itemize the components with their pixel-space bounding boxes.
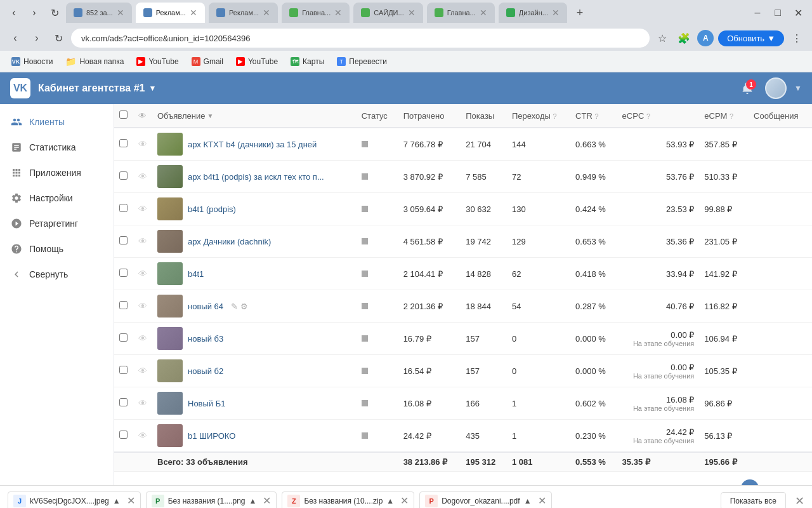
select-all-checkbox[interactable]: [119, 110, 128, 119]
download-close-3[interactable]: ✕: [400, 495, 409, 507]
ad-name[interactable]: b4t1: [188, 269, 204, 279]
row-checkbox[interactable]: [119, 431, 128, 439]
profile-icon[interactable]: A: [697, 29, 714, 47]
row-checkbox[interactable]: [119, 333, 128, 342]
ctr-help-icon[interactable]: ?: [594, 112, 598, 120]
sidebar-item-statistics[interactable]: Статистика: [0, 135, 114, 160]
row-checkbox[interactable]: [119, 301, 128, 309]
ecpc-help-icon[interactable]: ?: [646, 112, 650, 120]
row-eye-icon[interactable]: 👁: [138, 204, 147, 214]
ad-name[interactable]: новый 64: [188, 302, 223, 311]
ad-name[interactable]: Новый Б1: [188, 399, 226, 408]
sidebar-item-clients[interactable]: Клиенты: [0, 109, 114, 135]
menu-dots-icon[interactable]: ⋮: [788, 29, 806, 47]
tab-close-icon[interactable]: ✕: [190, 8, 197, 18]
bookmark-novosti[interactable]: VK Новости: [6, 55, 58, 68]
sidebar-item-apps[interactable]: Приложения: [0, 160, 114, 185]
browser-tab-3[interactable]: Реклам... ✕: [209, 3, 278, 23]
browser-maximize[interactable]: □: [769, 4, 787, 22]
tab-close-icon[interactable]: ✕: [334, 8, 342, 18]
reload-button[interactable]: ↻: [49, 29, 67, 47]
row-checkbox[interactable]: [119, 269, 128, 277]
row-checkbox[interactable]: [119, 236, 128, 244]
update-button[interactable]: Обновить ▼: [718, 30, 784, 46]
forward-button[interactable]: ›: [28, 29, 46, 47]
row-eye-icon[interactable]: 👁: [138, 333, 147, 344]
row-checkbox[interactable]: [119, 204, 128, 212]
bookmark-youtube-1[interactable]: ▶ YouTube: [131, 55, 183, 68]
download-arrow-4[interactable]: ▲: [524, 497, 532, 505]
row-eye-icon[interactable]: 👁: [138, 269, 147, 279]
edit-settings-icon[interactable]: ⚙: [240, 302, 248, 311]
download-arrow-1[interactable]: ▲: [113, 497, 121, 505]
ad-name[interactable]: b1 ШИРОКО: [188, 431, 235, 441]
browser-tab-5[interactable]: САЙДИ... ✕: [353, 3, 422, 23]
new-tab-button[interactable]: +: [571, 4, 589, 22]
extension-icon[interactable]: 🧩: [675, 29, 693, 47]
row-eye-icon[interactable]: 👁: [138, 366, 147, 376]
browser-tab-7[interactable]: Дизайн... ✕: [499, 3, 567, 23]
download-item-4[interactable]: P Dogovor_okazani....pdf ▲ ✕: [419, 491, 551, 509]
ad-name[interactable]: арх КТХТ b4 (дачники) за 15 дней: [188, 140, 317, 149]
download-close-1[interactable]: ✕: [127, 495, 135, 507]
download-close-2[interactable]: ✕: [263, 495, 271, 507]
sidebar-item-help[interactable]: Помощь: [0, 236, 114, 262]
bookmark-folder[interactable]: 📁 Новая папка: [60, 55, 129, 69]
tab-close-icon[interactable]: ✕: [263, 8, 270, 18]
browser-minimize[interactable]: –: [749, 4, 766, 22]
row-eye-icon[interactable]: 👁: [138, 171, 147, 182]
bookmark-maps[interactable]: 🗺 Карты: [285, 55, 329, 68]
clicks-help-icon[interactable]: ?: [553, 112, 557, 120]
edit-pencil-icon[interactable]: ✎: [231, 302, 238, 311]
row-eye-icon[interactable]: 👁: [138, 431, 147, 441]
browser-nav-back[interactable]: ‹: [5, 4, 23, 22]
pagination-next[interactable]: ›: [784, 479, 802, 485]
tab-close-icon[interactable]: ✕: [480, 8, 487, 18]
pagination-page-1[interactable]: 1: [741, 479, 759, 485]
row-checkbox[interactable]: [119, 171, 128, 180]
sidebar-item-collapse[interactable]: Свернуть: [0, 262, 114, 287]
tab-close-icon[interactable]: ✕: [552, 8, 560, 18]
tab-close-icon[interactable]: ✕: [408, 8, 416, 18]
browser-nav-forward[interactable]: ›: [25, 4, 43, 22]
download-item-2[interactable]: P Без названия (1....png ▲ ✕: [146, 491, 277, 509]
row-eye-icon[interactable]: 👁: [138, 301, 147, 311]
browser-tab-6[interactable]: Главна... ✕: [427, 3, 495, 23]
browser-tab-4[interactable]: Главна... ✕: [282, 3, 350, 23]
bookmark-youtube-2[interactable]: ▶ YouTube: [231, 55, 283, 68]
browser-close[interactable]: ✕: [789, 4, 807, 22]
tab-close-icon[interactable]: ✕: [117, 8, 124, 18]
row-checkbox[interactable]: [119, 139, 128, 147]
row-checkbox[interactable]: [119, 366, 128, 374]
bookmark-gmail[interactable]: M Gmail: [187, 55, 228, 68]
ecpm-help-icon[interactable]: ?: [730, 112, 733, 120]
browser-tab-1[interactable]: 852 за... ✕: [66, 3, 132, 23]
browser-nav-reload[interactable]: ↻: [46, 4, 63, 22]
ad-column-sort[interactable]: Объявление ▼: [157, 111, 351, 121]
row-eye-icon[interactable]: 👁: [138, 139, 147, 149]
ad-name[interactable]: арх b4t1 (podpis) за искл тех кто п...: [188, 172, 324, 182]
bookmark-star-icon[interactable]: ☆: [653, 29, 671, 47]
browser-tab-2[interactable]: Реклам... ✕: [136, 3, 205, 23]
pagination-prev[interactable]: ‹: [719, 479, 737, 485]
download-arrow-2[interactable]: ▲: [249, 497, 257, 505]
pagination-page-2[interactable]: 2: [763, 479, 780, 485]
address-input[interactable]: [71, 29, 650, 48]
header-avatar-dropdown[interactable]: ▼: [794, 84, 802, 93]
ad-name[interactable]: арх Дачники (dachnik): [188, 237, 271, 246]
download-close-4[interactable]: ✕: [538, 495, 546, 507]
ad-name[interactable]: новый б2: [188, 366, 223, 376]
notification-button[interactable]: 1: [737, 78, 757, 98]
back-button[interactable]: ‹: [6, 29, 24, 47]
sidebar-item-settings[interactable]: Настройки: [0, 185, 114, 211]
ad-name[interactable]: новый б3: [188, 334, 223, 344]
sidebar-item-retargeting[interactable]: Ретаргетинг: [0, 211, 114, 236]
row-eye-icon[interactable]: 👁: [138, 236, 147, 246]
download-item-3[interactable]: Z Без названия (10....zip ▲ ✕: [282, 491, 414, 509]
ad-name[interactable]: b4t1 (podpis): [188, 204, 236, 214]
close-download-bar-icon[interactable]: ✕: [795, 494, 804, 508]
row-eye-icon[interactable]: 👁: [138, 398, 147, 408]
download-arrow-3[interactable]: ▲: [386, 497, 394, 505]
row-checkbox[interactable]: [119, 398, 128, 406]
download-item-1[interactable]: J kV6SecjDgcJOX....jpeg ▲ ✕: [8, 491, 141, 509]
